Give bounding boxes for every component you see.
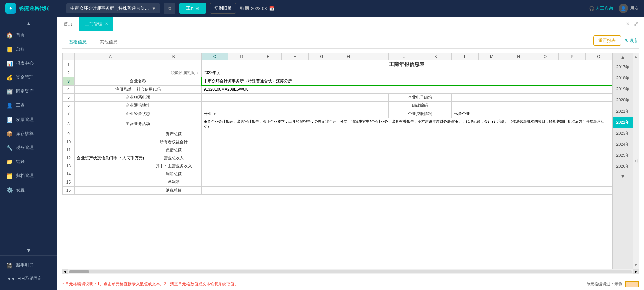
reset-button[interactable]: 重置报表 — [593, 35, 621, 46]
h-scrollbar[interactable]: ◀ ▶ — [62, 269, 639, 274]
sidebar-item-reports[interactable]: 📊 报表中心 — [0, 56, 57, 70]
col-header-row — [63, 53, 75, 60]
window-expand-button[interactable]: ⤢ — [634, 20, 639, 28]
h-scroll-thumb[interactable] — [69, 270, 89, 273]
sidebar-item-home[interactable]: 🏠 首页 — [0, 28, 57, 42]
sidebar-item-salary[interactable]: 👤 工资 — [0, 98, 57, 113]
finance-icon: 💰 — [7, 74, 13, 80]
cell-liab-value[interactable] — [201, 146, 612, 154]
tab-active-label: 工商管理 — [85, 21, 102, 27]
col-header-h: H — [335, 53, 362, 60]
sidebar-item-inventory[interactable]: 📦 库存核算 — [0, 127, 57, 141]
cell-equity-label: 所有者权益合计 — [146, 138, 202, 146]
spreadsheet-main[interactable]: A B C D E F G H I J — [62, 53, 612, 269]
row-num-15: 15 — [63, 178, 75, 186]
year-2023[interactable]: 2023年 — [613, 128, 633, 139]
year-2022[interactable]: 2022年 — [613, 117, 633, 128]
sidebar-item-label: 报表中心 — [16, 60, 34, 66]
footer-example-label: 单元格编辑过：示例 — [586, 281, 623, 287]
invoice-icon: 🧾 — [7, 117, 13, 123]
cell-mainrev-value[interactable] — [201, 162, 612, 170]
cell-email-label: 企业电子邮箱 — [388, 93, 451, 101]
copy-button[interactable]: ⧉ — [164, 3, 175, 14]
calendar-icon[interactable]: 📅 — [269, 6, 274, 11]
col-header-b: B — [146, 53, 202, 60]
company-selector[interactable]: 中审众环会计师事务所（特殊普通合伙… ▼ — [66, 3, 160, 13]
year-2025[interactable]: 2025年 — [613, 150, 633, 161]
cell-rev-value[interactable] — [201, 154, 612, 162]
sidebar-down-arrow[interactable]: ▼ — [0, 246, 57, 255]
window-close-button[interactable]: × — [626, 20, 630, 27]
spreadsheet-container: A B C D E F G H I J — [62, 53, 639, 269]
table-row: 4 注册号/统一社会信用代码 91320100MA208E5W6K — [63, 85, 612, 93]
year-panel-down[interactable]: ▼ — [613, 172, 633, 181]
period-label-text: 账期 — [240, 5, 249, 11]
tab-bar: 首页 工商管理 × × ⤢ — [57, 17, 644, 31]
row-num-9: 9 — [63, 130, 75, 138]
cell-postal-value[interactable] — [451, 101, 612, 110]
tax-icon: 🔧 — [7, 145, 13, 151]
cell-company-value[interactable]: 中审众环会计师事务所（特殊普通合伙）江苏分所 — [201, 77, 612, 85]
old-version-button[interactable]: 切到旧版 — [210, 3, 236, 14]
year-panel-up[interactable]: ▲ — [613, 53, 633, 62]
cell-period-value[interactable]: 2022年度 — [201, 69, 612, 77]
cell-status-value[interactable]: 开业 ▼ — [201, 110, 388, 118]
year-2018[interactable]: 2018年 — [613, 73, 633, 84]
tab-close-button[interactable]: × — [105, 21, 108, 27]
sidebar-up-arrow[interactable]: ▲ — [0, 19, 57, 28]
row-num-6: 6 — [63, 101, 75, 110]
sidebar-item-finance[interactable]: 💰 资金管理 — [0, 70, 57, 84]
h-scroll-right-button[interactable]: ▶ — [633, 269, 639, 274]
sidebar-item-settings[interactable]: ⚙️ 设置 — [0, 183, 57, 197]
row-num-11: 11 — [63, 146, 75, 154]
sidebar-item-ledger[interactable]: 📒 总账 — [0, 42, 57, 56]
year-2024[interactable]: 2024年 — [613, 139, 633, 150]
sidebar-item-invoice[interactable]: 🧾 发票管理 — [0, 113, 57, 127]
subtab-basic[interactable]: 基础信息 — [62, 36, 93, 48]
cell-reg-value[interactable]: 91320100MA208E5W6K — [201, 85, 612, 93]
sub-tabs-right: 重置报表 ↻ 刷新 — [593, 35, 639, 48]
right-collapse[interactable]: ▲ ◁ ▼ — [633, 53, 639, 269]
cell-holding-value[interactable]: 私营企业 — [451, 110, 612, 118]
cell-addr-value[interactable] — [201, 101, 388, 110]
h-scroll-left-button[interactable]: ◀ — [62, 269, 68, 274]
cell-holding-label: 企业控股情况 — [388, 110, 451, 118]
sidebar-item-tax[interactable]: 🔧 税务管理 — [0, 141, 57, 155]
table-row: 5 企业联系电话 企业电子邮箱 — [63, 93, 612, 101]
cell-equity-value[interactable] — [201, 138, 612, 146]
col-header-j: J — [388, 53, 420, 60]
year-2017[interactable]: 2017年 — [613, 62, 633, 73]
sidebar-item-closing[interactable]: 📁 结账 — [0, 155, 57, 169]
cell-activity-value[interactable]: 审查企业会计报表；出具审计报告；验证企业资本；出具验资报告；办理企业合开、分立、… — [201, 118, 612, 130]
cell-tax-value[interactable] — [201, 186, 612, 194]
ledger-icon: 📒 — [7, 46, 13, 52]
year-2020[interactable]: 2020年 — [613, 95, 633, 106]
subtab-basic-label: 基础信息 — [69, 39, 87, 44]
cell-profit-label: 利润总额 — [146, 170, 202, 178]
sidebar-item-assets[interactable]: 🏢 固定资产 — [0, 84, 57, 98]
h-scroll-track[interactable] — [69, 270, 632, 273]
cell-netprofit-value[interactable] — [201, 178, 612, 186]
sidebar-item-label: 归档管理 — [16, 173, 34, 179]
sidebar-item-newuser[interactable]: 🎬 新手引导 — [0, 258, 57, 272]
sidebar-item-archive[interactable]: 🗂️ 归档管理 — [0, 169, 57, 183]
refresh-button[interactable]: ↻ 刷新 — [625, 38, 639, 44]
cell-assets-value[interactable] — [201, 130, 612, 138]
consult-button[interactable]: 🎧 人工咨询 — [589, 5, 613, 11]
sub-tabs: 基础信息 其他信息 重置报表 ↻ 刷新 — [62, 35, 639, 49]
year-2021[interactable]: 2021年 — [613, 106, 633, 117]
tab-active[interactable]: 工商管理 × — [79, 17, 113, 31]
workbench-button[interactable]: 工作台 — [179, 3, 206, 14]
user-menu[interactable]: 👤 用友 — [619, 4, 639, 13]
year-2026[interactable]: 2026年 — [613, 161, 633, 172]
tab-home[interactable]: 首页 — [57, 17, 79, 31]
home-icon: 🏠 — [7, 32, 13, 38]
cell-email-value[interactable] — [451, 93, 612, 101]
year-2019[interactable]: 2019年 — [613, 84, 633, 95]
cell-status-label: 企业经营状态 — [75, 110, 202, 118]
sidebar-pin[interactable]: ◄◄ ◄◄取消固定 — [0, 272, 57, 285]
user-name: 用友 — [630, 5, 639, 11]
cell-phone-value[interactable] — [201, 93, 388, 101]
cell-profit-value[interactable] — [201, 170, 612, 178]
subtab-other[interactable]: 其他信息 — [93, 36, 124, 48]
